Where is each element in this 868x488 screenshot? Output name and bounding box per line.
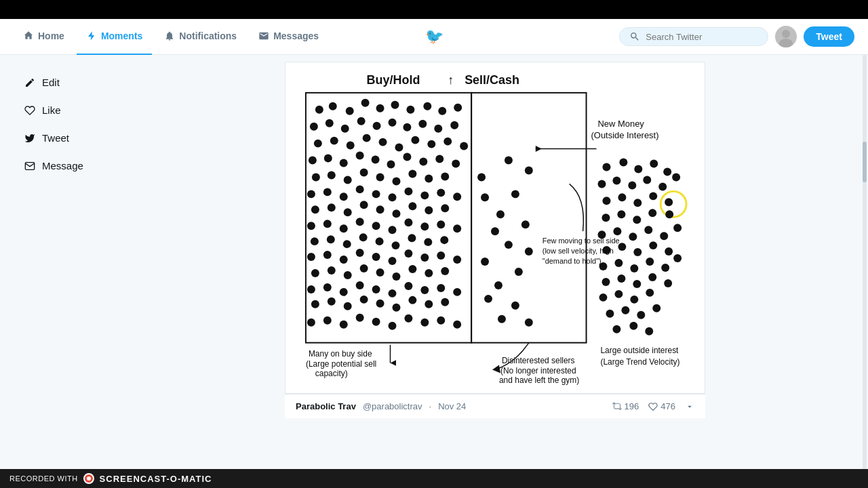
svg-text:Disinterested sellers: Disinterested sellers [502, 356, 575, 365]
svg-point-141 [453, 321, 461, 329]
more-action[interactable] [685, 402, 694, 411]
svg-point-25 [434, 125, 442, 133]
svg-text:(low sell velocity, high: (low sell velocity, high [542, 247, 614, 255]
nav-notifications[interactable]: Notifications [155, 19, 246, 55]
svg-point-94 [307, 253, 315, 261]
svg-point-179 [665, 210, 673, 218]
svg-point-115 [340, 288, 348, 296]
svg-point-61 [389, 193, 397, 201]
svg-point-164 [634, 165, 642, 174]
svg-point-56 [307, 190, 315, 198]
nav-home[interactable]: Home [14, 19, 74, 55]
svg-point-102 [437, 251, 445, 260]
svg-point-117 [372, 285, 380, 293]
action-edit[interactable]: Edit [14, 68, 122, 96]
svg-point-24 [418, 120, 427, 128]
nav-messages[interactable]: Messages [249, 19, 328, 55]
tweet-author: Parabolic Trav [296, 401, 356, 411]
retweet-action[interactable]: 196 [612, 401, 639, 411]
svg-text:Buy/Hold: Buy/Hold [367, 73, 420, 87]
svg-point-111 [425, 269, 433, 277]
svg-point-196 [614, 259, 623, 267]
content-area: Buy/Hold ↑ Sell/Cash [136, 55, 854, 488]
svg-point-204 [648, 273, 656, 281]
svg-point-214 [612, 325, 620, 333]
svg-point-205 [664, 279, 672, 287]
home-icon [23, 30, 34, 41]
svg-point-13 [406, 106, 414, 114]
svg-point-58 [340, 192, 348, 201]
svg-point-131 [441, 298, 449, 306]
svg-point-198 [646, 258, 654, 266]
svg-point-173 [602, 197, 610, 205]
svg-point-177 [665, 198, 673, 206]
svg-point-76 [323, 220, 332, 228]
svg-text:↑: ↑ [448, 73, 454, 87]
svg-point-23 [403, 123, 411, 131]
svg-point-65 [453, 192, 461, 201]
svg-point-69 [360, 201, 368, 209]
like-heart-icon [648, 402, 658, 411]
record-button [83, 473, 94, 484]
svg-point-167 [598, 180, 606, 188]
svg-point-148 [481, 258, 489, 266]
svg-point-185 [613, 227, 621, 235]
svg-point-149 [515, 268, 523, 276]
market-diagram: Buy/Hold ↑ Sell/Cash [285, 62, 705, 394]
svg-point-135 [356, 314, 364, 322]
tweet-button[interactable]: Tweet [804, 26, 854, 47]
svg-point-113 [307, 285, 315, 293]
svg-text:Many on buy side: Many on buy side [309, 349, 372, 359]
svg-point-60 [372, 190, 380, 198]
svg-point-46 [452, 160, 460, 168]
svg-point-44 [419, 158, 427, 166]
svg-point-77 [340, 224, 348, 232]
svg-point-28 [330, 137, 338, 145]
svg-point-193 [649, 241, 657, 249]
svg-point-50 [360, 168, 368, 176]
tweet-footer: Parabolic Trav @parabolictrav · Nov 24 1… [285, 394, 705, 418]
svg-point-216 [645, 327, 653, 336]
nav-moments[interactable]: Moments [77, 19, 152, 55]
svg-point-170 [643, 176, 651, 184]
svg-point-59 [356, 185, 364, 193]
svg-point-8 [329, 102, 337, 110]
svg-point-43 [403, 153, 411, 161]
svg-point-27 [314, 140, 322, 148]
svg-point-166 [663, 167, 671, 176]
svg-point-87 [343, 240, 351, 248]
action-like[interactable]: Like [14, 96, 122, 124]
svg-point-99 [389, 257, 397, 265]
svg-point-95 [323, 251, 332, 259]
nav-home-label: Home [38, 30, 64, 41]
svg-point-85 [311, 237, 319, 245]
svg-text:and have left the gym): and have left the gym) [499, 375, 579, 385]
svg-point-192 [633, 248, 642, 256]
moments-icon [86, 30, 97, 41]
right-scrollbar-area [854, 55, 868, 488]
svg-point-128 [392, 304, 400, 312]
svg-text:Sell/Cash: Sell/Cash [465, 73, 519, 87]
svg-point-80 [389, 226, 397, 234]
svg-point-172 [672, 173, 680, 181]
svg-point-7 [315, 106, 323, 114]
svg-point-171 [658, 182, 667, 190]
like-icon [24, 105, 35, 116]
svg-point-29 [347, 142, 355, 150]
record-inner-dot [87, 476, 91, 481]
svg-point-17 [310, 123, 318, 131]
svg-point-121 [437, 284, 445, 292]
svg-point-181 [617, 210, 625, 218]
like-action[interactable]: 476 [648, 401, 675, 411]
svg-point-174 [618, 193, 626, 201]
search-input[interactable] [646, 32, 758, 42]
action-tweet[interactable]: Tweet [14, 124, 122, 152]
svg-point-208 [630, 296, 638, 304]
scrollbar-thumb[interactable] [863, 142, 867, 182]
svg-point-88 [359, 233, 368, 241]
action-message[interactable]: Message [14, 152, 122, 180]
search-bar[interactable] [619, 27, 768, 46]
svg-point-21 [373, 122, 381, 130]
avatar[interactable] [775, 26, 797, 47]
svg-text:New Money: New Money [598, 119, 645, 129]
